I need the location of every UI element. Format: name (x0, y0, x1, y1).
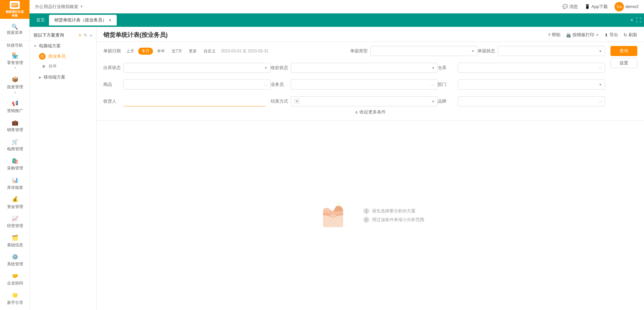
message-btn[interactable]: 💬 消息 (562, 4, 578, 10)
sidebar-nav: 🏪 零售管理 ▼ 📦 批发管理 ▲ 📢 营销推广 💼 销售管理 🛒 电商管理 🛍… (0, 49, 29, 310)
out-status-arrow: ▼ (264, 66, 268, 70)
date-more-btn[interactable]: 更多 (186, 48, 200, 55)
sidebar-item-appcenter[interactable]: 📱 应用中心 (0, 308, 29, 310)
empty-step-2: 2 用过滤条件来缩小分析范围 (363, 217, 424, 223)
svg-point-6 (337, 203, 339, 204)
refresh-btn[interactable]: ↻ 刷新 (624, 32, 637, 38)
sidebar-search-section: 🔍 搜索菜单 (0, 19, 29, 41)
user-menu[interactable]: Ea demo2 (614, 2, 639, 11)
recv-status-label: 收款状态 (271, 65, 288, 71)
search-menu-btn[interactable]: 🔍 搜索菜单 (7, 22, 23, 37)
add-scheme-icon[interactable]: + (78, 32, 82, 38)
operations-icon: 📈 (12, 215, 18, 222)
recv-status-select[interactable]: ▼ (291, 63, 438, 73)
print-dropdown-icon: ▼ (596, 33, 599, 37)
filter-goods-item: 商品 ··· (103, 80, 271, 90)
consignee-input[interactable] (123, 96, 266, 106)
filter-date-item: 单据日期 上月 本月 本年 近7天 更多 自定义 2023-03-01 至 20… (103, 48, 350, 55)
date-this-year-btn[interactable]: 本年 (154, 48, 168, 55)
sidebar-item-retail[interactable]: 🏪 零售管理 ▼ (0, 49, 29, 73)
sidebar-item-finance[interactable]: 💰 资金管理 (0, 193, 29, 212)
tab-close-btn[interactable]: × (109, 17, 111, 23)
filter-area: 单据日期 上月 本月 本年 近7天 更多 自定义 2023-03-01 至 20… (97, 42, 644, 121)
bill-type-arrow: ▼ (471, 49, 475, 53)
consignee-dots[interactable]: ··· (267, 99, 271, 104)
sidebar-item-operations[interactable]: 📈 经营管理 (0, 212, 29, 231)
collapse-btn[interactable]: ∧ 收起更多条件 (350, 108, 391, 116)
bill-type-label: 单据类型 (350, 48, 368, 54)
svg-point-5 (342, 209, 343, 210)
collapse-row: ∧ 收起更多条件 (103, 106, 637, 116)
app-download-btn[interactable]: 📱 App下载 (585, 4, 608, 10)
app-logo[interactable]: 畅捷通好生意 标版 (0, 0, 30, 19)
sidebar-item-newbie[interactable]: 🌟 新手引导 (0, 289, 29, 308)
newbie-label: 新手引导 (7, 300, 23, 306)
filter-warehouse-item: 仓库 ··· (438, 63, 605, 73)
date-cur-month-btn[interactable]: 本月 (138, 48, 153, 55)
sub-scheme-item-bill[interactable]: ❖ 按单 (30, 62, 96, 71)
edit-scheme-icon[interactable]: ✎ (84, 33, 88, 38)
brand-label: 品牌 (438, 98, 455, 104)
export-btn[interactable]: ⬇ 导出 (604, 32, 618, 38)
logo-icon (10, 1, 20, 9)
goods-label: 商品 (103, 82, 121, 88)
sidebar-item-enterprise[interactable]: 🤝 企业协同 (0, 270, 29, 289)
collapse-panel-icon[interactable]: « (90, 33, 92, 38)
sidebar-item-purchase[interactable]: 🛍️ 采购管理 (0, 155, 29, 174)
filter-bill-type-item: 单据类型 ▼ (350, 46, 478, 56)
tab-active[interactable]: 销货单统计表（按业务员） × (49, 15, 117, 25)
empty-steps: 1 请先选择要分析的方案 2 用过滤条件来缩小分析范围 (363, 208, 424, 223)
help-btn[interactable]: ? 帮助 (548, 32, 560, 38)
filter-out-status-item: 出库状态 ▼ (103, 63, 271, 73)
pc-scheme-header[interactable]: ▼ 电脑端方案 (30, 41, 96, 51)
payment-select[interactable]: × ▼ (291, 96, 438, 106)
tab-home[interactable]: 首页 (32, 15, 49, 25)
brand-dots: ··· (598, 99, 602, 104)
breadcrumb-dropdown[interactable]: 办公用品行业模拟账套 ▼ (35, 4, 83, 10)
query-btn[interactable]: 查询 (610, 46, 637, 56)
mobile-expand-icon: ▶ (39, 75, 42, 79)
app-download-label: App下载 (591, 4, 608, 10)
brand-select[interactable]: ··· (458, 96, 605, 106)
header-right: 💬 消息 📱 App下载 Ea demo2 (562, 2, 639, 11)
empty-illustration (316, 199, 350, 232)
mobile-scheme-group[interactable]: ▶ 移动端方案 (30, 72, 96, 82)
warehouse-select[interactable]: ··· (458, 63, 605, 73)
warehouse-dots: ··· (598, 65, 602, 70)
sidebar-item-system[interactable]: ⚙️ 系统管理 (0, 251, 29, 270)
filter-bill-status-item: 单据状态 ▼ (478, 46, 605, 56)
bill-status-arrow: ▼ (599, 49, 602, 53)
mobile-scheme-label: 移动端方案 (44, 74, 65, 80)
dept-select[interactable]: ▼ (458, 80, 605, 90)
left-panel-icons: + ✎ « (78, 32, 92, 38)
date-prev-month-btn[interactable]: 上月 (123, 48, 137, 55)
payment-arrow: ▼ (431, 100, 435, 103)
payment-tag-close[interactable]: × (296, 99, 298, 104)
expand-icon: ▼ (34, 44, 37, 48)
date-7days-btn[interactable]: 近7天 (169, 48, 185, 55)
sidebar-item-ecommerce[interactable]: 🛒 电商管理 (0, 136, 29, 155)
date-custom-btn[interactable]: 自定义 (201, 48, 218, 55)
retail-icon: 🏪 (12, 52, 18, 59)
logo-sub: 标版 (12, 13, 18, 18)
empty-step-1: 1 请先选择要分析的方案 (363, 208, 424, 214)
sidebar-item-basic[interactable]: 🗂️ 基础信息 (0, 231, 29, 251)
sidebar-item-sales[interactable]: 💼 销售管理 (0, 116, 29, 136)
enterprise-label: 企业协同 (7, 280, 23, 286)
bill-status-select[interactable]: ▼ (498, 46, 605, 56)
scheme-item-salesman[interactable]: 按 按业务员 (30, 51, 96, 62)
out-status-select[interactable]: ▼ (123, 63, 271, 73)
sidebar-item-inventory[interactable]: 📊 库存核算 (0, 174, 29, 193)
filter-dept-item: 部门 ▼ (438, 80, 605, 90)
page-wrapper: 按以下方案查询 + ✎ « ▼ 电脑端方案 按 按业务员 ❖ 按 (30, 27, 644, 310)
sidebar-item-marketing[interactable]: 📢 营销推广 (0, 97, 29, 116)
goods-select[interactable]: ··· (123, 80, 271, 90)
setting-btn[interactable]: 设置 (610, 58, 637, 68)
maximize-window-icon[interactable]: ⛶ (636, 17, 641, 23)
close-window-icon[interactable]: × (630, 17, 633, 23)
bill-type-select[interactable]: ▼ (370, 46, 478, 56)
salesman-select[interactable]: ··· (291, 80, 438, 90)
tab-bar: 首页 销货单统计表（按业务员） × × ⛶ (30, 13, 644, 27)
print-btn[interactable]: 🖨️ 按模板打印 ▼ (566, 32, 599, 38)
sidebar-item-wholesale[interactable]: 📦 批发管理 ▲ (0, 73, 29, 97)
